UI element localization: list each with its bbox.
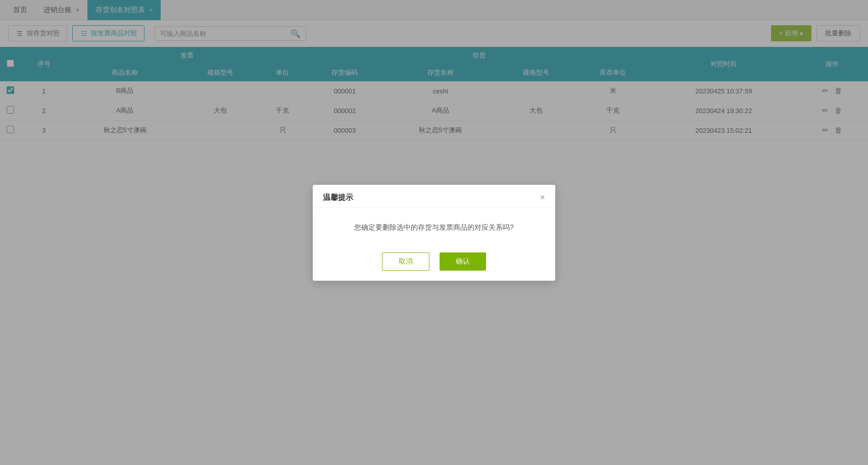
dialog-message: 您确定要删除选中的存货与发票商品的对应关系吗? xyxy=(354,223,514,231)
dialog: 温馨提示 × 您确定要删除选中的存货与发票商品的对应关系吗? 取消 确认 xyxy=(313,185,555,281)
dialog-body: 您确定要删除选中的存货与发票商品的对应关系吗? xyxy=(313,208,555,242)
btn-cancel[interactable]: 取消 xyxy=(382,252,429,271)
btn-confirm-label: 确认 xyxy=(456,257,470,265)
dialog-overlay: 温馨提示 × 您确定要删除选中的存货与发票商品的对应关系吗? 取消 确认 xyxy=(0,0,868,465)
btn-cancel-label: 取消 xyxy=(399,257,413,265)
close-icon: × xyxy=(540,192,545,202)
dialog-header: 温馨提示 × xyxy=(313,185,555,208)
dialog-footer: 取消 确认 xyxy=(313,242,555,281)
btn-confirm[interactable]: 确认 xyxy=(440,252,486,271)
dialog-close-button[interactable]: × xyxy=(540,193,545,202)
dialog-title: 温馨提示 xyxy=(323,193,353,202)
